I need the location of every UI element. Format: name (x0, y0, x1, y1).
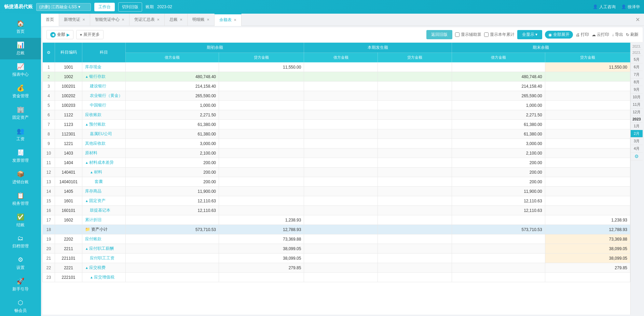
sidebar-item-salary[interactable]: 👥 工资 (0, 124, 41, 145)
row-name[interactable]: 应付账款 (82, 234, 126, 244)
row-name[interactable]: ▲材料 (82, 168, 126, 177)
row-name-link[interactable]: 应收账款 (85, 112, 101, 117)
row-name-link[interactable]: 应交税费 (89, 265, 106, 270)
tab-detail-ledger-close[interactable]: ✕ (207, 18, 209, 21)
row-name[interactable]: ▲材料成本差异 (82, 158, 126, 168)
timeline-month-4[interactable]: 4月 (631, 145, 643, 153)
row-name[interactable]: 农业银行（黄金） (82, 91, 126, 101)
tab-general-ledger[interactable]: 总账 ✕ (165, 14, 188, 26)
show-auxiliary-checkbox[interactable]: 显示辅助算 (455, 32, 481, 38)
row-name-link[interactable]: 应付账款 (85, 236, 101, 241)
sidebar-item-capital[interactable]: 💰 资金管理 (0, 81, 41, 102)
expand-more-button[interactable]: ▾ 展开更多 (76, 30, 104, 39)
sidebar-item-fixed-assets[interactable]: 🏢 固定资产 (0, 102, 41, 124)
tab-new-voucher[interactable]: 新增凭证 ✕ (59, 14, 90, 26)
timeline-month-1[interactable]: 1月 (631, 123, 643, 130)
company-selector[interactable]: (勿删) 江西融金-LSS ▾ (36, 3, 91, 11)
timeline-month-7[interactable]: 7月 (631, 71, 643, 78)
row-name-link[interactable]: 库存商品 (85, 189, 101, 193)
filter-all-button[interactable]: ◀ 全部 ▶ (46, 30, 73, 39)
row-name-link[interactable]: 应付职工薪酬 (89, 246, 114, 251)
row-name[interactable]: ▲固定资产 (82, 196, 126, 206)
row-name-link[interactable]: 材料 (94, 170, 102, 174)
row-name[interactable]: 应付职工工资 (82, 254, 126, 263)
tab-balance-sheet-close[interactable]: ✕ (234, 18, 236, 22)
refresh-button[interactable]: ↻ 刷新 (626, 32, 639, 38)
tab-smart-verify-close[interactable]: ✕ (122, 18, 124, 21)
row-name[interactable]: 中国银行 (82, 101, 126, 110)
sidebar-item-purchase[interactable]: 📦 进销台账 (0, 167, 41, 188)
row-name-link[interactable]: 原材料 (85, 150, 97, 155)
tab-smart-verify[interactable]: 智能凭证中心 ✕ (90, 14, 129, 26)
row-name-link[interactable]: 嘉属EU公司 (90, 131, 112, 136)
row-name-link[interactable]: 库存现金 (85, 64, 101, 69)
row-name-link[interactable]: 固定资产 (89, 198, 106, 203)
row-name[interactable]: ▲预付账款 (82, 120, 126, 129)
auxiliary-checkbox-input[interactable] (455, 32, 460, 37)
row-name[interactable]: 鼓提基记本 (82, 206, 126, 215)
row-name[interactable]: ▲银行存款 (82, 72, 126, 82)
row-name-link[interactable]: 应付职工工资 (90, 256, 114, 260)
full-mode-button[interactable]: 全显示 ▾ (517, 30, 542, 39)
sidebar-item-guide[interactable]: 🚀 新手引导 (0, 274, 41, 296)
sidebar-item-archive[interactable]: 🗂 归档管理 (0, 231, 41, 253)
row-name-link[interactable]: 农业银行（黄金） (90, 93, 123, 98)
row-name[interactable]: 库存商品 (82, 187, 126, 196)
row-name-link[interactable]: 应交增值税 (94, 275, 114, 279)
window-close-button[interactable]: ✕ (631, 14, 644, 26)
timeline-month-8[interactable]: 8月 (631, 78, 643, 86)
row-name-link[interactable]: 其他应收款 (85, 141, 106, 146)
timeline-month-11[interactable]: 11月 (631, 101, 643, 109)
row-name-link[interactable]: 建设银行 (90, 84, 106, 88)
timeline-month-12[interactable]: 12月 (631, 109, 643, 116)
tab-voucher-summary-close[interactable]: ✕ (157, 18, 160, 21)
tab-detail-ledger[interactable]: 明细账 ✕ (188, 14, 215, 26)
return-old-button[interactable]: 返回旧版 (426, 30, 452, 39)
row-name-link[interactable]: 材料成本差异 (89, 160, 114, 165)
sidebar-item-invoice[interactable]: 🧾 发票管理 (0, 145, 41, 167)
timeline-month-9[interactable]: 9月 (631, 86, 643, 94)
sidebar-item-home[interactable]: 🏠 首页 (0, 16, 41, 38)
ytd-checkbox-input[interactable] (484, 32, 489, 37)
row-name[interactable]: ▲应交增值税 (82, 273, 126, 282)
row-name[interactable]: 嘉属EU公司 (82, 129, 126, 139)
tab-new-voucher-close[interactable]: ✕ (82, 18, 85, 21)
sidebar-item-member[interactable]: ⬡ 畅会员 (0, 296, 41, 316)
cloud-print-button[interactable]: ☁ 云打印 (592, 32, 609, 38)
sidebar-item-report[interactable]: 📈 报表中心 (0, 59, 41, 81)
col-settings-header[interactable]: ⚙ (43, 43, 55, 62)
timeline-month-10[interactable]: 10月 (631, 94, 643, 101)
row-name-link[interactable]: 银行存款 (89, 74, 106, 79)
row-name-link[interactable]: 鼓提基记本 (90, 208, 110, 213)
user-profile[interactable]: 👤 徐泽华 (621, 4, 640, 10)
row-name[interactable]: 应收账款 (82, 110, 126, 120)
timeline-settings-icon[interactable]: ⚙ (631, 153, 643, 160)
sidebar-item-settings[interactable]: ⚙ 设置 (0, 253, 41, 274)
row-name[interactable]: 原材料 (82, 148, 126, 158)
tab-general-ledger-close[interactable]: ✕ (180, 18, 182, 21)
export-button[interactable]: ↓ 导出 (612, 32, 623, 38)
row-name-link[interactable]: 中国银行 (90, 103, 106, 107)
row-name[interactable]: 库存现金 (82, 62, 126, 72)
row-name[interactable]: 其他应收款 (82, 139, 126, 148)
row-name[interactable]: 累计折旧 (82, 215, 126, 225)
sidebar-item-settle[interactable]: ✅ 结账 (0, 210, 41, 231)
timeline-month-5[interactable]: 5月 (631, 56, 643, 63)
timeline-month-2[interactable]: 2月 (631, 130, 643, 138)
sidebar-item-general[interactable]: 📊 总账 (0, 38, 41, 59)
row-name-link[interactable]: 累计折旧 (85, 217, 101, 222)
row-name[interactable]: ▲应交税费 (82, 263, 126, 273)
consulting-link[interactable]: 👤 人工咨询 (593, 4, 616, 10)
switch-version-button[interactable]: 切到旧版 (118, 2, 142, 12)
row-name-link[interactable]: 套囊 (95, 179, 103, 184)
timeline-month-6[interactable]: 6月 (631, 63, 643, 71)
row-name[interactable]: 建设银行 (82, 82, 126, 91)
workbench-button[interactable]: 工作台 (94, 3, 115, 11)
show-ytd-checkbox[interactable]: 显示本年累计 (484, 32, 515, 38)
print-button[interactable]: 🖨 打印 (576, 32, 589, 38)
tab-home[interactable]: 首页 (41, 14, 59, 26)
row-name[interactable]: 套囊 (82, 177, 126, 187)
row-name[interactable]: ▲应付职工薪酬 (82, 244, 126, 254)
timeline-month-3[interactable]: 3月 (631, 138, 643, 145)
tab-voucher-summary[interactable]: 凭证汇总表 ✕ (129, 14, 165, 26)
